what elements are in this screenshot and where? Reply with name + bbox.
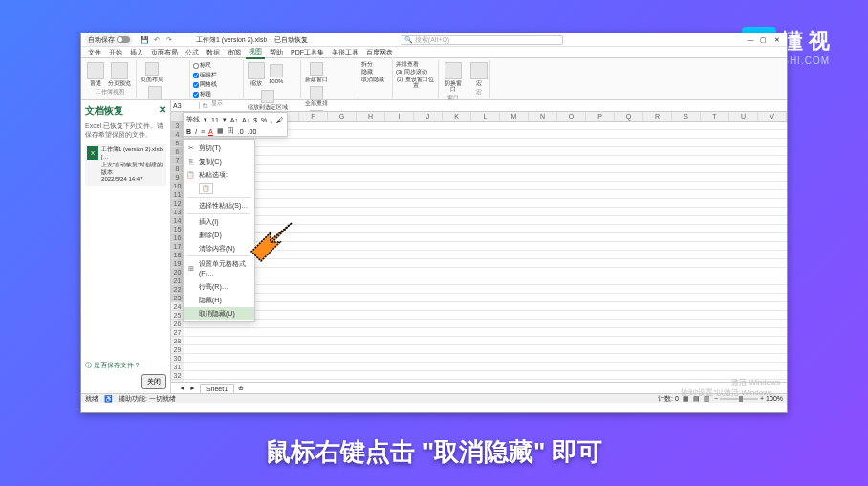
close-icon[interactable]: ✕	[771, 34, 783, 46]
copy-icon: ⎘	[186, 157, 195, 166]
ctx-cut[interactable]: ✂剪切(T)	[184, 142, 254, 155]
border-icon[interactable]: 田	[227, 126, 235, 136]
sheet-tab[interactable]: Sheet1	[200, 384, 234, 393]
col-header[interactable]: G	[328, 112, 357, 121]
hundred-button[interactable]: 100%	[268, 63, 284, 85]
macros-button[interactable]: 宏	[470, 61, 487, 87]
tab-help[interactable]: 帮助	[267, 47, 286, 58]
pagelayout-button[interactable]: 页面布局	[140, 61, 164, 83]
col-header[interactable]: Q	[615, 112, 643, 121]
ctx-rowheight[interactable]: 行高(R)…	[184, 280, 254, 294]
currency-icon[interactable]: $	[252, 117, 258, 123]
switchwin-button[interactable]: 切换窗口	[442, 61, 464, 93]
redo-icon[interactable]: ↷	[164, 35, 174, 45]
col-header[interactable]: V	[758, 112, 787, 121]
decimal-dec-icon[interactable]: .00	[247, 128, 258, 135]
col-header[interactable]: H	[357, 112, 385, 121]
fx-icon[interactable]: fx	[200, 102, 210, 109]
format-painter-icon[interactable]: 🖌	[275, 117, 284, 123]
minimize-icon[interactable]: —	[745, 34, 756, 46]
tab-meitu[interactable]: 美形工具	[329, 47, 361, 58]
add-sheet-icon[interactable]: ⊕	[238, 385, 244, 392]
hide-button[interactable]: 隐藏	[361, 69, 373, 75]
italic-icon[interactable]: I	[194, 128, 198, 135]
search-input[interactable]: 🔍 搜索(Alt+Q)	[401, 35, 563, 45]
tab-pdf[interactable]: PDF工具集	[288, 47, 327, 58]
pane-close-icon[interactable]: ✕	[159, 104, 166, 118]
lbl: 100%	[269, 78, 283, 84]
prev-sheet-icon[interactable]: ◄	[179, 385, 185, 391]
tab-view[interactable]: 视图	[246, 46, 265, 59]
decimal-inc-icon[interactable]: .0	[237, 128, 245, 135]
ctx-paste-icon-row[interactable]: 📋	[184, 181, 254, 196]
fontcolor-icon[interactable]: A	[207, 128, 214, 135]
ctx-unhide[interactable]: 取消隐藏(U)	[184, 307, 254, 320]
col-header[interactable]: P	[586, 112, 615, 121]
tab-layout[interactable]: 页面布局	[148, 47, 181, 58]
col-header[interactable]: T	[701, 112, 729, 121]
col-header[interactable]: N	[529, 112, 557, 121]
autosave-toggle[interactable]: 自动保存	[85, 34, 133, 46]
font-name[interactable]: 等线	[185, 115, 201, 124]
split-button[interactable]: 拆分	[361, 61, 373, 67]
tab-data[interactable]: 数据	[204, 47, 223, 58]
row-header[interactable]: 30	[171, 354, 184, 363]
tab-formula[interactable]: 公式	[183, 47, 202, 58]
tab-home[interactable]: 开始	[106, 47, 125, 58]
row-header[interactable]: 28	[171, 337, 184, 345]
col-header[interactable]: O	[557, 112, 586, 121]
ribbon-tabs: 文件 开始 插入 页面布局 公式 数据 审阅 视图 帮助 PDF工具集 美形工具…	[81, 47, 787, 58]
maximize-icon[interactable]: ▢	[758, 34, 770, 46]
zoom-button[interactable]: 缩放	[247, 61, 266, 87]
tab-file[interactable]: 文件	[85, 47, 104, 58]
col-header[interactable]: R	[643, 112, 672, 121]
tab-review[interactable]: 审阅	[225, 47, 244, 58]
ctx-pastespecial[interactable]: 选择性粘贴(S)…	[184, 199, 254, 212]
recovered-file[interactable]: X 工作簿1 (version 2).xlsb [… 上次"自动恢复"时创建的版…	[85, 144, 166, 186]
fillcolor-icon[interactable]: ▦	[216, 127, 225, 135]
col-header[interactable]: K	[443, 112, 471, 121]
col-header[interactable]: J	[414, 112, 443, 121]
percent-icon[interactable]: %	[260, 117, 268, 123]
headings-checkbox[interactable]: 标题	[193, 90, 211, 99]
paste-option-icon[interactable]: 📋	[199, 183, 213, 194]
decrease-font-icon[interactable]: A↓	[241, 117, 250, 123]
align-icon[interactable]: ≡	[200, 128, 206, 135]
row-header[interactable]: 31	[171, 363, 184, 371]
col-header[interactable]: F	[299, 112, 328, 121]
resetpos-button[interactable]: (2) 重设窗口位置	[396, 77, 435, 88]
row-header[interactable]: 33	[171, 380, 184, 382]
gridlines-checkbox[interactable]: 网格线	[193, 80, 217, 89]
save-icon[interactable]: 💾	[140, 35, 149, 45]
comma-icon[interactable]: ,	[270, 117, 273, 123]
col-header[interactable]: U	[729, 112, 758, 121]
row-header[interactable]: 32	[171, 371, 184, 380]
col-header[interactable]: L	[471, 112, 500, 121]
ctx-hide[interactable]: 隐藏(H)	[184, 294, 254, 307]
tab-insert[interactable]: 插入	[127, 47, 146, 58]
unhide-button[interactable]: 取消隐藏	[361, 77, 384, 82]
bold-icon[interactable]: B	[185, 128, 192, 135]
undo-icon[interactable]: ↶	[152, 35, 162, 45]
name-box[interactable]: A3	[171, 102, 200, 109]
font-size[interactable]: 11	[210, 117, 220, 123]
row-header[interactable]: 29	[171, 345, 184, 354]
row-header[interactable]: 27	[171, 328, 184, 337]
close-button[interactable]: 关闭	[141, 374, 166, 389]
col-header[interactable]: I	[385, 112, 414, 121]
ruler-checkbox[interactable]: 标尺	[193, 61, 211, 70]
fmlbar-checkbox[interactable]: 编辑栏	[193, 71, 217, 79]
ctx-paste-options[interactable]: 📋粘贴选项:	[184, 168, 254, 182]
col-header[interactable]: S	[672, 112, 701, 121]
next-sheet-icon[interactable]: ►	[189, 385, 196, 391]
normal-view-button[interactable]: 普通	[86, 61, 105, 87]
newwin-button[interactable]: 新建窗口	[304, 61, 329, 83]
sidebyside-button[interactable]: 并排查看	[396, 61, 419, 67]
tab-baidu[interactable]: 百度网盘	[363, 47, 396, 58]
increase-font-icon[interactable]: A↑	[229, 117, 239, 123]
pagebreak-button[interactable]: 分页预览	[107, 61, 132, 87]
syncscroll-button[interactable]: (3) 同步滚动	[396, 69, 427, 75]
save-link[interactable]: 是否保存文件？	[94, 361, 141, 370]
ctx-copy[interactable]: ⎘复制(C)	[184, 155, 254, 168]
col-header[interactable]: M	[500, 112, 529, 121]
